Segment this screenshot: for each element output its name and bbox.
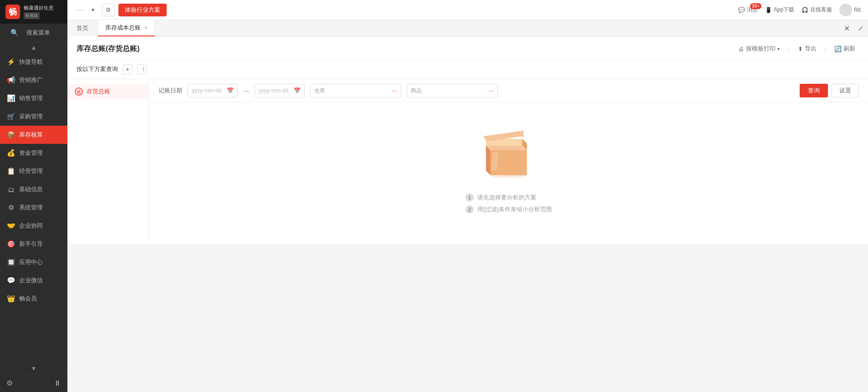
app-download-btn[interactable]: 📱 App下载 bbox=[765, 6, 794, 14]
sidebar-item-inventory[interactable]: 📦 库存核算 bbox=[0, 126, 67, 144]
filter-collapse-btn[interactable]: 《 bbox=[137, 64, 147, 74]
sidebar-scroll-up[interactable]: ▲ bbox=[0, 42, 67, 53]
shortcut-icon: ⚡ bbox=[6, 57, 15, 66]
sidebar-item-newbie[interactable]: 🎯 新手引导 bbox=[0, 235, 67, 253]
scheme-item-inventory-ledger[interactable]: 账 存货总账 bbox=[67, 84, 149, 99]
actions-divider-1: | bbox=[788, 46, 789, 52]
inventory-icon: 📦 bbox=[6, 130, 15, 139]
sidebar-item-finance[interactable]: 💰 资金管理 bbox=[0, 144, 67, 162]
search-label: 搜索菜单 bbox=[26, 29, 50, 37]
sidebar-item-cooperation[interactable]: 🤝 企业协同 bbox=[0, 217, 67, 235]
topbar-dropdown-btn[interactable]: ▾ bbox=[87, 5, 98, 15]
product-more-icon: ··· bbox=[488, 87, 494, 94]
scheme-sidebar: 账 存货总账 bbox=[67, 79, 149, 244]
product-select[interactable]: 商品 ··· bbox=[407, 84, 498, 97]
tab-inventory-ledger[interactable]: 库存成本总账 × bbox=[98, 20, 155, 36]
basic-icon: 🗂 bbox=[6, 185, 15, 194]
empty-tip-2: 2 用[过滤]条件来缩小分析范围 bbox=[465, 205, 551, 214]
print-icon: 🖨 bbox=[738, 46, 744, 52]
sidebar-scroll-down[interactable]: ▼ bbox=[0, 363, 67, 374]
sidebar-item-marketing[interactable]: 📢 营销推广 bbox=[0, 71, 67, 89]
filter-actions: 查询 设置 bbox=[800, 84, 859, 97]
tab-home[interactable]: 首页 bbox=[67, 20, 98, 36]
refresh-label: 刷新 bbox=[843, 45, 855, 53]
filter-label: 按以下方案查询 bbox=[77, 65, 118, 73]
svg-marker-5 bbox=[486, 146, 527, 150]
scheme-item-icon: 账 bbox=[75, 87, 83, 96]
sidebar-item-basic[interactable]: 🗂 基础信息 bbox=[0, 180, 67, 199]
sales-icon: 📊 bbox=[6, 94, 15, 103]
date-end-placeholder: yyyy-mm-dd bbox=[259, 87, 288, 94]
settings-footer-icon[interactable]: ⚙ bbox=[6, 379, 13, 387]
export-label: 导出 bbox=[805, 45, 817, 53]
app-download-icon: 📱 bbox=[765, 7, 772, 13]
message-btn[interactable]: 💬 消息 99+ bbox=[738, 6, 758, 14]
tab-close-btn[interactable]: × bbox=[144, 25, 148, 31]
logo-title: 畅康通好生意 bbox=[24, 5, 54, 11]
tab-home-label: 首页 bbox=[77, 24, 88, 32]
member-icon: 👑 bbox=[6, 294, 15, 303]
headset-icon: 🎧 bbox=[802, 7, 808, 13]
collapse-icon[interactable]: ⏸ bbox=[54, 379, 61, 387]
sidebar-item-purchase[interactable]: 🛒 采购管理 bbox=[0, 107, 67, 126]
sidebar-logo: 畅 畅康通好生意 标准版 bbox=[0, 0, 67, 24]
sidebar-item-member[interactable]: 👑 畅会员 bbox=[0, 290, 67, 308]
user-menu-btn[interactable]: Rit bbox=[839, 4, 861, 16]
logo-icon: 畅 bbox=[5, 5, 20, 19]
tip-text-1: 请先选择要分析的方案 bbox=[477, 193, 536, 202]
user-avatar bbox=[839, 4, 852, 16]
topbar-settings-btn[interactable]: ⚙ bbox=[102, 4, 115, 16]
sidebar-item-operation[interactable]: 📋 经营管理 bbox=[0, 162, 67, 180]
logo-text-block: 畅康通好生意 标准版 bbox=[24, 5, 54, 19]
svg-text:账: 账 bbox=[77, 90, 81, 94]
sidebar-search[interactable]: 🔍 搜索菜单 bbox=[0, 24, 67, 42]
print-dropdown-icon: ▾ bbox=[777, 46, 780, 51]
purchase-icon: 🛒 bbox=[6, 112, 15, 121]
empty-illustration: ✦ ✦ bbox=[481, 130, 536, 184]
calendar-icon-start: 📅 bbox=[227, 87, 234, 94]
tip-text-2: 用[过滤]条件来缩小分析范围 bbox=[477, 205, 551, 214]
filter-row: 记账日期 yyyy-mm-dd 📅 — yyyy-mm-dd 📅 仓库 bbox=[149, 79, 868, 102]
scheme-panel: 账 存货总账 记账日期 yyyy-mm-dd 📅 — bbox=[67, 79, 868, 245]
actions-divider-2: | bbox=[825, 46, 826, 52]
industry-solution-btn[interactable]: 体验行业方案 bbox=[118, 4, 167, 16]
product-label: 商品 bbox=[411, 87, 422, 95]
print-btn[interactable]: 🖨 按模板打印 ▾ bbox=[735, 43, 783, 55]
sidebar-item-shortcut[interactable]: ⚡ 快捷导航 bbox=[0, 53, 67, 71]
cooperation-icon: 🤝 bbox=[6, 221, 15, 230]
query-btn[interactable]: 查询 bbox=[800, 84, 828, 97]
filter-add-btn[interactable]: + bbox=[123, 64, 133, 74]
warehouse-select[interactable]: 仓库 ··· bbox=[310, 84, 401, 97]
date-start-placeholder: yyyy-mm-dd bbox=[192, 87, 221, 94]
online-service-btn[interactable]: 🎧 在线客服 bbox=[802, 6, 832, 14]
sidebar-item-sales[interactable]: 📊 销售管理 bbox=[0, 89, 67, 107]
export-btn[interactable]: ⬆ 导出 bbox=[794, 43, 820, 55]
finance-icon: 💰 bbox=[6, 148, 15, 158]
main-area: ▾ ⚙ 体验行业方案 💬 消息 99+ 📱 App下载 🎧 在线客服 Rit bbox=[67, 0, 868, 392]
marketing-icon: 📢 bbox=[6, 76, 15, 85]
date-end-input[interactable]: yyyy-mm-dd 📅 bbox=[255, 84, 305, 97]
date-separator: — bbox=[243, 87, 249, 94]
scheme-main: 记账日期 yyyy-mm-dd 📅 — yyyy-mm-dd 📅 仓库 bbox=[149, 79, 868, 244]
tab-panel-expand-btn[interactable]: ⤢ bbox=[858, 25, 863, 32]
refresh-btn[interactable]: 🔄 刷新 bbox=[831, 43, 859, 55]
newbie-icon: 🎯 bbox=[6, 239, 15, 249]
tabbar: 首页 库存成本总账 × ✕ ⤢ bbox=[67, 20, 868, 36]
tab-panel-close-btn[interactable]: ✕ bbox=[844, 24, 850, 32]
sidebar-item-appstore[interactable]: 🔲 应用中心 bbox=[0, 253, 67, 271]
svg-text:✦: ✦ bbox=[516, 130, 519, 134]
sidebar-nav: ⚡ 快捷导航 📢 营销推广 📊 销售管理 🛒 采购管理 📦 库存核算 💰 资金管… bbox=[0, 53, 67, 363]
topbar-left: ▾ ⚙ 体验行业方案 bbox=[75, 4, 167, 16]
empty-tips: 1 请先选择要分析的方案 2 用[过滤]条件来缩小分析范围 bbox=[465, 193, 551, 217]
empty-state: ✦ ✦ 1 请先选择要分析的方案 2 用[过滤]条件来缩小分析范围 bbox=[149, 102, 868, 244]
online-service-label: 在线客服 bbox=[810, 6, 832, 14]
sidebar-item-system[interactable]: ⚙ 系统管理 bbox=[0, 199, 67, 217]
calendar-icon-end: 📅 bbox=[294, 87, 301, 94]
date-start-input[interactable]: yyyy-mm-dd 📅 bbox=[188, 84, 238, 97]
tip-num-1: 1 bbox=[465, 193, 474, 202]
sidebar-footer: ⚙ ⏸ bbox=[0, 374, 67, 392]
topbar-breadcrumb bbox=[75, 9, 84, 11]
topbar-right: 💬 消息 99+ 📱 App下载 🎧 在线客服 Rit bbox=[738, 4, 861, 16]
sidebar-item-wechat[interactable]: 💬 企业微信 bbox=[0, 271, 67, 290]
settings-btn[interactable]: 设置 bbox=[832, 84, 859, 97]
